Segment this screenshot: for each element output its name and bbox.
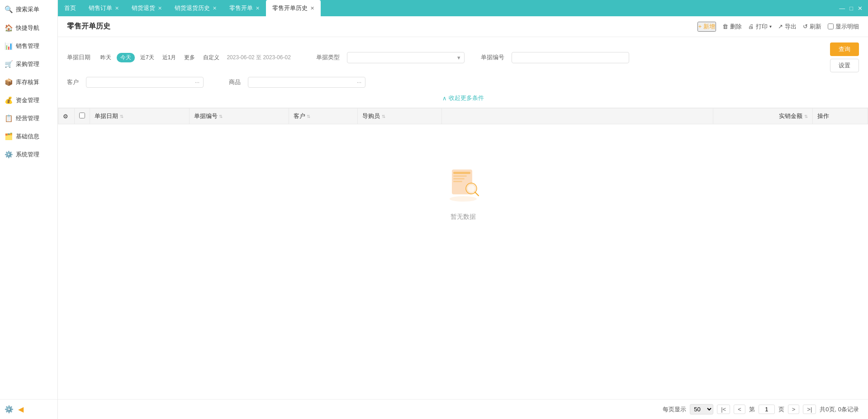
- print-button[interactable]: 🖨 打印 ▾: [748, 23, 772, 31]
- show-detail-checkbox-area[interactable]: 显示明细: [828, 23, 859, 31]
- th-customer[interactable]: 客户 ⇅: [289, 108, 357, 124]
- sort-amount-icon: ⇅: [804, 114, 808, 119]
- window-controls: — □ ✕: [834, 5, 868, 12]
- page-actions: + 新增 🗑 删除 🖨 打印 ▾ ↗ 导出 ↺ 刷新: [697, 22, 859, 32]
- customer-label: 客户: [67, 78, 79, 86]
- maximize-btn[interactable]: □: [849, 5, 853, 12]
- sidebar-item-inventory[interactable]: 📦 库存核算: [0, 73, 57, 91]
- customer-dots[interactable]: ···: [195, 79, 199, 85]
- prev-page-btn[interactable]: <: [734, 405, 745, 414]
- tab-home-label: 首页: [64, 4, 76, 12]
- th-no[interactable]: 单据编号 ⇅: [189, 108, 289, 124]
- page-title: 零售开单历史: [67, 22, 110, 31]
- goods-dots[interactable]: ···: [357, 79, 361, 85]
- date-btn-yesterday[interactable]: 昨天: [98, 53, 114, 62]
- date-btn-more[interactable]: 更多: [181, 53, 198, 62]
- svg-line-8: [475, 192, 479, 196]
- svg-rect-3: [453, 175, 467, 177]
- date-shortcuts: 昨天 今天 近7天 近1月 更多 自定义 2023-06-02 至 2023-0…: [98, 53, 291, 62]
- collapse-bar[interactable]: ∧ 收起更多条件: [67, 92, 859, 104]
- tab-sales-order-close[interactable]: ✕: [115, 5, 119, 11]
- tab-retail-open-close[interactable]: ✕: [256, 5, 260, 11]
- base-info-icon: 🗂️: [5, 132, 13, 141]
- sidebar-item-base-info[interactable]: 🗂️ 基础信息: [0, 127, 57, 146]
- sidebar-item-label: 库存核算: [16, 78, 39, 86]
- date-btn-1month[interactable]: 近1月: [160, 53, 179, 62]
- tab-sales-order-label: 销售订单: [89, 4, 112, 12]
- tab-retail-open-history[interactable]: 零售开单历史 ✕: [266, 0, 321, 16]
- date-btn-7days[interactable]: 近7天: [138, 53, 157, 62]
- minimize-btn[interactable]: —: [839, 5, 845, 12]
- customer-select[interactable]: ···: [86, 77, 204, 88]
- th-guide[interactable]: 导购员 ⇅: [357, 108, 441, 124]
- collapse-sidebar-icon[interactable]: ◀: [18, 405, 24, 414]
- sidebar-item-sales-mgmt[interactable]: 📊 销售管理: [0, 37, 57, 55]
- tab-home[interactable]: 首页: [58, 0, 82, 16]
- th-spacer: [442, 108, 713, 124]
- query-button[interactable]: 查询: [830, 42, 859, 56]
- close-btn[interactable]: ✕: [858, 5, 863, 12]
- sidebar-item-label: 资金管理: [16, 96, 39, 104]
- goods-select[interactable]: ···: [248, 77, 365, 88]
- date-btn-custom[interactable]: 自定义: [200, 53, 222, 62]
- first-page-btn[interactable]: |<: [717, 405, 730, 414]
- th-checkbox[interactable]: [75, 108, 90, 124]
- tab-sales-return-history-close[interactable]: ✕: [213, 5, 217, 11]
- page-number-input[interactable]: [759, 405, 775, 414]
- filter-row-1: 单据日期 昨天 今天 近7天 近1月 更多 自定义 2023-06-02 至 2…: [67, 42, 859, 72]
- purchase-icon: 🛒: [5, 60, 13, 68]
- sidebar-item-label: 快捷导航: [16, 24, 39, 32]
- last-page-btn[interactable]: >|: [803, 405, 816, 414]
- page-label-suffix: 页: [778, 405, 784, 414]
- content-body: 零售开单历史 + 新增 🗑 删除 🖨 打印 ▾ ↗ 导出: [58, 16, 868, 419]
- doc-type-select[interactable]: ▾: [347, 52, 465, 63]
- next-page-btn[interactable]: >: [788, 405, 800, 414]
- settings-gear-icon[interactable]: ⚙: [63, 113, 68, 120]
- th-amount[interactable]: 实销金额 ⇅: [713, 108, 813, 124]
- date-range-display: 2023-06-02 至 2023-06-02: [227, 54, 290, 61]
- sidebar-search[interactable]: 🔍 搜索采单: [0, 0, 57, 19]
- collapse-chevron-icon: ∧: [442, 95, 447, 102]
- show-detail-label: 显示明细: [835, 23, 859, 31]
- date-btn-today[interactable]: 今天: [117, 53, 135, 62]
- filter-row-2: 客户 ··· 商品 ···: [67, 77, 859, 88]
- sort-guide-icon: ⇅: [382, 114, 385, 119]
- show-detail-checkbox[interactable]: [828, 24, 834, 29]
- new-button[interactable]: + 新增: [697, 22, 716, 32]
- sidebar-item-operations[interactable]: 📋 经营管理: [0, 109, 57, 127]
- select-all-checkbox[interactable]: [79, 113, 85, 118]
- svg-point-7: [468, 185, 475, 192]
- tab-sales-return[interactable]: 销货退货 ✕: [125, 0, 168, 16]
- doc-no-input[interactable]: [512, 52, 629, 63]
- filter-settings-button[interactable]: 设置: [830, 59, 859, 72]
- th-customer-label: 客户: [294, 113, 305, 119]
- delete-button[interactable]: 🗑 删除: [722, 23, 742, 31]
- sidebar-item-label: 经营管理: [16, 114, 39, 122]
- sidebar-item-system-mgmt[interactable]: ⚙️ 系统管理: [0, 146, 57, 164]
- sidebar-item-quick-nav[interactable]: 🏠 快捷导航: [0, 19, 57, 37]
- sidebar-search-label: 搜索采单: [16, 5, 39, 14]
- sidebar-item-label: 系统管理: [16, 151, 39, 159]
- th-action-label: 操作: [817, 113, 829, 119]
- finance-icon: 💰: [5, 96, 13, 104]
- refresh-button[interactable]: ↺ 刷新: [803, 23, 821, 31]
- date-label: 单据日期: [67, 53, 90, 61]
- sidebar-item-label: 基础信息: [16, 132, 39, 141]
- page-header: 零售开单历史 + 新增 🗑 删除 🖨 打印 ▾ ↗ 导出: [58, 16, 868, 37]
- th-date[interactable]: 单据日期 ⇅: [90, 108, 190, 124]
- sidebar-bottom: ⚙️ ◀: [0, 399, 57, 419]
- page-size-label: 每页显示: [663, 405, 686, 414]
- tab-retail-open-history-label: 零售开单历史: [272, 4, 308, 12]
- th-settings[interactable]: ⚙: [58, 108, 75, 124]
- sidebar-item-finance[interactable]: 💰 资金管理: [0, 91, 57, 109]
- export-button[interactable]: ↗ 导出: [778, 23, 797, 31]
- tab-sales-order[interactable]: 销售订单 ✕: [82, 0, 125, 16]
- tab-retail-open[interactable]: 零售开单 ✕: [223, 0, 266, 16]
- tab-sales-return-close[interactable]: ✕: [158, 5, 162, 11]
- settings-bottom-icon[interactable]: ⚙️: [5, 405, 14, 414]
- th-date-label: 单据日期: [95, 113, 118, 119]
- page-size-select[interactable]: 50 10 20 100: [690, 404, 713, 414]
- sidebar-item-purchase-mgmt[interactable]: 🛒 采购管理: [0, 55, 57, 73]
- tab-sales-return-history[interactable]: 销货退货历史 ✕: [168, 0, 223, 16]
- tab-retail-open-history-close[interactable]: ✕: [310, 5, 314, 11]
